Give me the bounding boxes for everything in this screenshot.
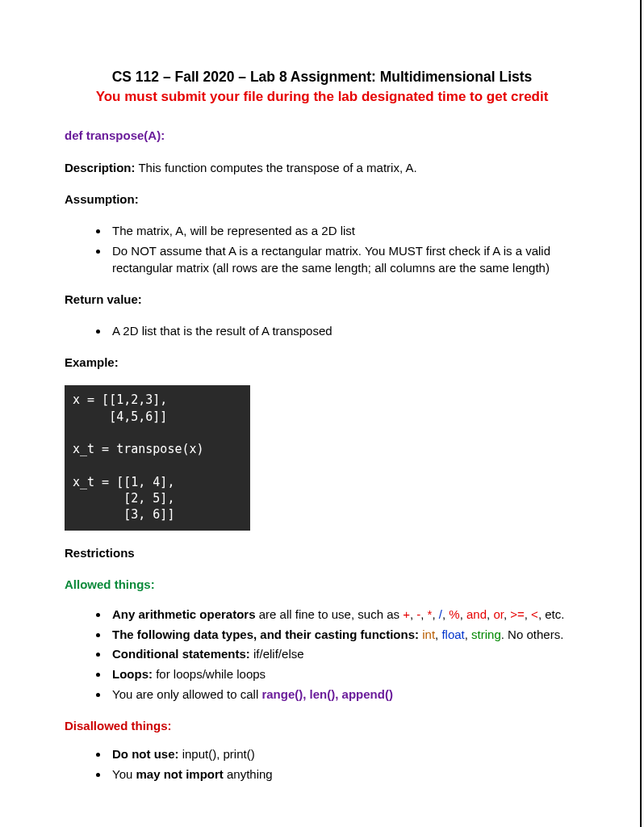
disallowed-item1-text: input(), print() bbox=[179, 747, 255, 761]
description-text: This function computes the transpose of … bbox=[136, 161, 417, 174]
type-float: float bbox=[441, 628, 464, 641]
description-line: Description: This function computes the … bbox=[65, 160, 579, 176]
code-example: x = [[1,2,3], [4,5,6]] x_t = transpose(x… bbox=[65, 385, 250, 531]
assumption-label: Assumption: bbox=[65, 191, 579, 208]
disallowed-item2-c: anything bbox=[224, 767, 273, 781]
list-item: Any arithmetic operators are all fine to… bbox=[109, 606, 579, 623]
allowed-item1-tail: , etc. bbox=[538, 607, 565, 621]
assumption-list: The matrix, A, will be represented as a … bbox=[65, 222, 579, 277]
restrictions-label: Restrictions bbox=[65, 545, 579, 561]
comma: , bbox=[432, 607, 438, 621]
comma: , bbox=[420, 607, 427, 621]
function-signature: def transpose(A): bbox=[65, 128, 579, 144]
disallowed-item1-lead: Do not use: bbox=[112, 747, 179, 761]
return-list: A 2D list that is the result of A transp… bbox=[65, 322, 579, 340]
document-page: CS 112 – Fall 2020 – Lab 8 Assignment: M… bbox=[0, 0, 644, 827]
list-item: Do not use: input(), print() bbox=[109, 745, 579, 763]
doc-warning: You must submit your file during the lab… bbox=[65, 89, 579, 105]
allowed-item5-lead: You are only allowed to call bbox=[112, 687, 261, 701]
type-string: string bbox=[471, 628, 501, 641]
list-item: Loops: for loops/while loops bbox=[109, 665, 579, 683]
return-label: Return value: bbox=[65, 292, 579, 308]
op-ge: >= bbox=[510, 607, 525, 621]
op-plus: + bbox=[403, 607, 410, 621]
allowed-item2-tail: . No others. bbox=[501, 628, 564, 641]
op-or: or bbox=[493, 607, 504, 621]
list-item: Conditional statements: if/elif/else bbox=[109, 645, 579, 663]
allowed-item3-text: if/elif/else bbox=[250, 647, 304, 661]
op-mod: % bbox=[449, 607, 459, 621]
comma: , bbox=[465, 628, 471, 641]
allowed-heading: Allowed things: bbox=[65, 577, 579, 593]
comma: , bbox=[410, 607, 416, 621]
allowed-item2-lead: The following data types, and their cast… bbox=[112, 628, 422, 641]
list-item: You are only allowed to call range(), le… bbox=[109, 686, 579, 703]
disallowed-item2-a: You bbox=[112, 767, 136, 781]
allowed-item1-text: are all fine to use, such as bbox=[256, 607, 404, 621]
type-int: int bbox=[422, 628, 435, 641]
description-label: Description: bbox=[65, 161, 136, 174]
allowed-functions: range(), len(), append() bbox=[261, 687, 393, 701]
page-right-border bbox=[640, 0, 642, 827]
comma: , bbox=[525, 607, 531, 621]
allowed-item4-text: for loops/while loops bbox=[153, 667, 266, 681]
comma: , bbox=[504, 607, 510, 621]
allowed-item4-lead: Loops: bbox=[112, 667, 153, 681]
allowed-item3-lead: Conditional statements: bbox=[112, 647, 250, 661]
list-item: The matrix, A, will be represented as a … bbox=[109, 222, 579, 240]
list-item: You may not import anything bbox=[109, 766, 579, 783]
doc-title: CS 112 – Fall 2020 – Lab 8 Assignment: M… bbox=[65, 69, 579, 86]
example-label: Example: bbox=[65, 355, 579, 371]
allowed-list: Any arithmetic operators are all fine to… bbox=[65, 606, 579, 703]
disallowed-heading: Disallowed things: bbox=[65, 718, 579, 734]
list-item: A 2D list that is the result of A transp… bbox=[109, 322, 579, 340]
op-and: and bbox=[466, 607, 487, 621]
disallowed-item2-b: may not import bbox=[136, 767, 223, 781]
allowed-item1-lead: Any arithmetic operators bbox=[112, 607, 256, 621]
list-item: The following data types, and their cast… bbox=[109, 626, 579, 644]
list-item: Do NOT assume that A is a rectangular ma… bbox=[109, 242, 579, 278]
comma: , bbox=[460, 607, 466, 621]
disallowed-list: Do not use: input(), print() You may not… bbox=[65, 745, 579, 783]
op-lt: < bbox=[531, 607, 538, 621]
